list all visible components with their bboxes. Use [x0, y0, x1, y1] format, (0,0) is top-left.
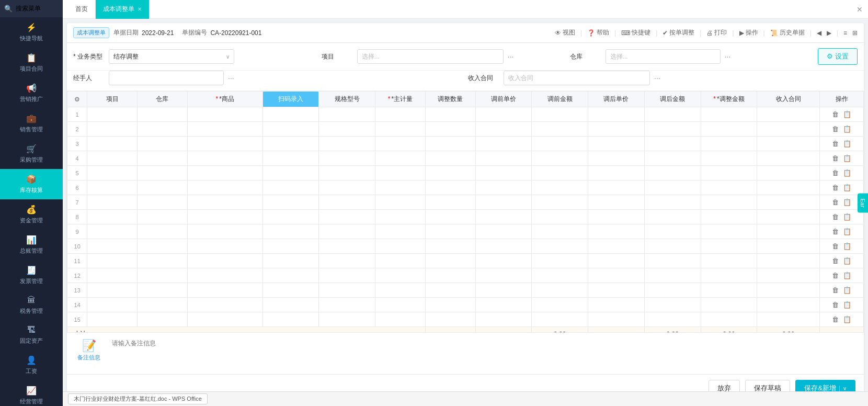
row-warehouse[interactable]: [138, 195, 188, 210]
row-adj-qty[interactable]: [425, 254, 475, 268]
row-adj-qty[interactable]: [425, 298, 475, 312]
row-product[interactable]: [187, 210, 262, 224]
row-adj-amount[interactable]: [644, 151, 701, 166]
row-delete-icon[interactable]: 🗑: [832, 228, 839, 235]
row-prev-unit-price[interactable]: [475, 283, 532, 298]
row-adj-unit-price[interactable]: [588, 224, 645, 239]
row-prev-amount[interactable]: [532, 239, 588, 254]
row-income-contract[interactable]: [757, 166, 820, 181]
row-spec[interactable]: [319, 137, 375, 151]
row-project[interactable]: [87, 195, 138, 210]
row-adj-unit-price[interactable]: [588, 107, 645, 122]
row-delete-icon[interactable]: 🗑: [832, 154, 839, 162]
row-project[interactable]: [87, 137, 138, 151]
row-adj-amount[interactable]: [644, 210, 701, 224]
row-unit[interactable]: [375, 283, 426, 298]
operate-action[interactable]: ▶ 操作: [739, 28, 758, 37]
row-prev-unit-price[interactable]: [475, 239, 532, 254]
sidebar-item-tax-mgmt[interactable]: 🏛 税务管理: [0, 290, 63, 320]
row-warehouse[interactable]: [138, 283, 188, 298]
row-adj-qty[interactable]: [425, 181, 475, 195]
row-delete-icon[interactable]: 🗑: [832, 315, 839, 323]
row-adj-unit-price[interactable]: [588, 312, 645, 327]
row-copy-icon[interactable]: 📋: [843, 169, 851, 177]
warehouse-input[interactable]: 选择...: [606, 49, 721, 64]
row-adjust-amount[interactable]: [701, 181, 757, 195]
history-action[interactable]: 📜 历史单据: [770, 28, 805, 37]
row-income-contract[interactable]: [757, 268, 820, 283]
row-spec[interactable]: [319, 166, 375, 181]
row-copy-icon[interactable]: 📋: [843, 315, 851, 323]
row-adj-qty[interactable]: [425, 239, 475, 254]
biz-type-input[interactable]: 结存调整 ∨: [109, 49, 234, 64]
row-copy-icon[interactable]: 📋: [843, 198, 851, 206]
row-spec[interactable]: [319, 312, 375, 327]
tab-close-icon[interactable]: ✕: [138, 6, 142, 12]
print-action[interactable]: 🖨 打印: [706, 28, 727, 37]
row-adj-amount[interactable]: [644, 166, 701, 181]
row-adj-unit-price[interactable]: [588, 137, 645, 151]
row-adj-amount[interactable]: [644, 224, 701, 239]
row-scan[interactable]: [262, 210, 319, 224]
row-adj-qty[interactable]: [425, 283, 475, 298]
row-spec[interactable]: [319, 195, 375, 210]
row-adj-amount[interactable]: [644, 195, 701, 210]
row-spec[interactable]: [319, 254, 375, 268]
row-prev-unit-price[interactable]: [475, 107, 532, 122]
row-prev-unit-price[interactable]: [475, 298, 532, 312]
row-scan[interactable]: [262, 181, 319, 195]
row-copy-icon[interactable]: 📋: [843, 228, 851, 235]
sidebar-item-inventory[interactable]: 📦 库存核算: [0, 169, 63, 199]
date-value[interactable]: 2022-09-21: [142, 29, 174, 37]
row-prev-amount[interactable]: [532, 254, 588, 268]
row-product[interactable]: [187, 195, 262, 210]
row-prev-amount[interactable]: [532, 137, 588, 151]
row-spec[interactable]: [319, 283, 375, 298]
row-adj-amount[interactable]: [644, 137, 701, 151]
row-copy-icon[interactable]: 📋: [843, 272, 851, 279]
row-adj-unit-price[interactable]: [588, 195, 645, 210]
row-unit[interactable]: [375, 181, 426, 195]
row-income-contract[interactable]: [757, 151, 820, 166]
row-spec[interactable]: [319, 224, 375, 239]
row-adjust-amount[interactable]: [701, 224, 757, 239]
row-adj-unit-price[interactable]: [588, 283, 645, 298]
row-project[interactable]: [87, 312, 138, 327]
sidebar-item-general-ledger[interactable]: 📊 总账管理: [0, 230, 63, 260]
row-product[interactable]: [187, 181, 262, 195]
row-copy-icon[interactable]: 📋: [843, 213, 851, 221]
row-adj-qty[interactable]: [425, 268, 475, 283]
row-project[interactable]: [87, 283, 138, 298]
row-spec[interactable]: [319, 239, 375, 254]
row-spec[interactable]: [319, 298, 375, 312]
row-delete-icon[interactable]: 🗑: [832, 198, 839, 206]
row-copy-icon[interactable]: 📋: [843, 140, 851, 148]
row-unit[interactable]: [375, 268, 426, 283]
row-project[interactable]: [87, 122, 138, 137]
sidebar-item-project-contract[interactable]: 📋 项目合同: [0, 48, 63, 78]
row-adjust-amount[interactable]: [701, 195, 757, 210]
row-spec[interactable]: [319, 181, 375, 195]
row-project[interactable]: [87, 254, 138, 268]
row-warehouse[interactable]: [138, 137, 188, 151]
th-scan[interactable]: 扫码录入: [262, 92, 319, 107]
tab-cost-adjust[interactable]: 成本调整单 ✕: [96, 0, 150, 19]
row-warehouse[interactable]: [138, 181, 188, 195]
row-income-contract[interactable]: [757, 224, 820, 239]
row-product[interactable]: [187, 137, 262, 151]
row-product[interactable]: [187, 122, 262, 137]
row-prev-unit-price[interactable]: [475, 268, 532, 283]
window-close-button[interactable]: ✕: [856, 5, 863, 14]
row-unit[interactable]: [375, 254, 426, 268]
row-prev-amount[interactable]: [532, 195, 588, 210]
row-delete-icon[interactable]: 🗑: [832, 110, 839, 118]
row-income-contract[interactable]: [757, 298, 820, 312]
row-adj-unit-price[interactable]: [588, 210, 645, 224]
row-project[interactable]: [87, 239, 138, 254]
row-scan[interactable]: [262, 312, 319, 327]
row-adjust-amount[interactable]: [701, 283, 757, 298]
row-unit[interactable]: [375, 166, 426, 181]
row-scan[interactable]: [262, 283, 319, 298]
row-copy-icon[interactable]: 📋: [843, 286, 851, 294]
row-copy-icon[interactable]: 📋: [843, 257, 851, 265]
